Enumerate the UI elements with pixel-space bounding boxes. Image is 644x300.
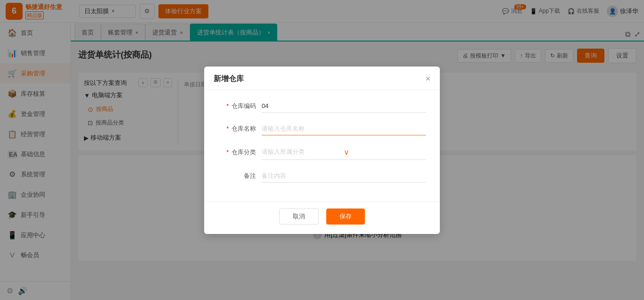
- modal-footer: 取消 保存: [204, 201, 440, 234]
- category-dropdown-icon: ∨: [344, 148, 426, 157]
- modal-overlay[interactable]: 新增仓库 × * 仓库编码 * 仓库名称: [0, 0, 644, 300]
- code-label: * 仓库编码: [218, 102, 256, 110]
- form-row-category: * 仓库分类 请输入所属分类 ∨: [218, 145, 426, 160]
- remark-input[interactable]: [262, 169, 426, 183]
- name-label: * 仓库名称: [218, 125, 256, 133]
- cancel-button[interactable]: 取消: [279, 208, 319, 225]
- name-input[interactable]: [262, 122, 426, 135]
- form-row-name: * 仓库名称: [218, 122, 426, 135]
- category-label: * 仓库分类: [218, 148, 256, 157]
- save-button[interactable]: 保存: [326, 208, 365, 225]
- remark-label: 备注: [218, 172, 256, 180]
- modal-header: 新增仓库 ×: [204, 67, 440, 90]
- modal-add-warehouse: 新增仓库 × * 仓库编码 * 仓库名称: [204, 67, 440, 234]
- modal-body: * 仓库编码 * 仓库名称 * 仓库分类 请输入所属: [204, 90, 440, 201]
- code-input[interactable]: [262, 100, 426, 113]
- form-row-code: * 仓库编码: [218, 100, 426, 113]
- category-selector[interactable]: 请输入所属分类 ∨: [262, 145, 426, 160]
- modal-title: 新增仓库: [214, 74, 244, 84]
- form-row-remark: 备注: [218, 169, 426, 183]
- modal-close-button[interactable]: ×: [425, 74, 430, 84]
